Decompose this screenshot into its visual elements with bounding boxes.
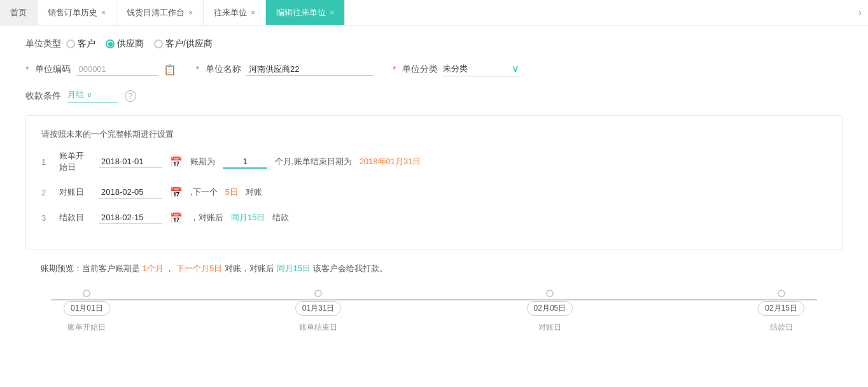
tab-cash-work-close[interactable]: ×	[188, 8, 193, 17]
radio-both[interactable]: 客户/供应商	[154, 38, 213, 50]
timeline-dot-3	[546, 290, 554, 297]
preview-part5: 该客户会给我打款。	[313, 264, 388, 273]
period-desc-2b: 对账	[246, 186, 262, 198]
timeline-label-3: 02月05日	[527, 301, 573, 316]
tab-home-label: 首页	[10, 7, 27, 18]
tab-partner-close[interactable]: ×	[251, 8, 255, 17]
preview-text: 账期预览：当前客户账期是 1个月 ， 下一个月5日 对账，对账后 同月15日 该…	[25, 263, 843, 274]
timeline-dot-1	[83, 290, 90, 297]
preview-part1: 1个月	[143, 264, 164, 273]
unit-category-label: 单位分类	[402, 64, 438, 75]
period-desc-2a: ,下一个	[190, 186, 218, 198]
preview-comma1: ，	[165, 264, 174, 273]
radio-supplier-label: 供应商	[117, 38, 144, 50]
timeline-label-1: 01月01日	[64, 301, 110, 316]
timeline-desc-3: 对账日	[538, 322, 561, 333]
calendar-icon-3[interactable]: 📅	[170, 212, 183, 224]
payment-condition-value: 月结	[67, 89, 84, 101]
timeline-desc-4: 结款日	[770, 322, 793, 333]
radio-customer-circle	[66, 39, 75, 48]
timeline-point-1: 01月01日 账单开始日	[64, 290, 110, 333]
period-row-1: 1 账单开始日 📅 账期为 个月,账单结束日期为 2018年01月31日	[41, 150, 827, 173]
period-num-1: 1	[41, 157, 52, 167]
tab-home[interactable]: 首页	[0, 0, 38, 25]
period-row-label-2: 对账日	[59, 186, 91, 198]
tab-cash-work-label: 钱货日清工作台	[127, 7, 185, 18]
tab-sales-history[interactable]: 销售订单历史 ×	[38, 0, 116, 25]
radio-customer-label: 客户	[78, 38, 95, 50]
tab-edit-partner-close[interactable]: ×	[330, 8, 334, 17]
unit-category-required: *	[393, 64, 396, 74]
payment-condition-chevron: ∨	[87, 90, 92, 99]
unit-name-label: 单位名称	[206, 64, 241, 75]
preview-part3: 对账，对账后	[225, 264, 274, 273]
radio-both-label: 客户/供应商	[165, 38, 213, 50]
period-desc-3a: ，对账后	[190, 212, 223, 223]
period-date-input-3[interactable]	[99, 211, 162, 224]
unit-info-row: * 单位编码 📋 * 单位名称 * 单位分类 未分类 ∨	[25, 62, 843, 76]
unit-code-input[interactable]	[76, 63, 158, 76]
unit-name-group: * 单位名称	[195, 63, 373, 76]
tab-partner[interactable]: 往来单位 ×	[204, 0, 266, 25]
payment-condition-row: 收款条件 月结 ∨ ?	[25, 89, 843, 102]
timeline-label-2: 01月31日	[295, 301, 342, 316]
timeline-desc-2: 账单结束日	[299, 322, 337, 333]
unit-code-group: * 单位编码 📋	[25, 63, 176, 76]
period-row-2: 2 对账日 📅 ,下一个 5日 对账	[41, 186, 827, 199]
radio-supplier[interactable]: 供应商	[106, 38, 144, 50]
radio-both-circle	[154, 39, 163, 48]
timeline-dot-2	[314, 290, 322, 297]
calendar-icon-1[interactable]: 📅	[170, 156, 183, 168]
period-row-label-3: 结款日	[59, 212, 91, 223]
radio-group: 客户 供应商 客户/供应商	[66, 38, 213, 50]
preview-label: 账期预览：当前客户账期是	[41, 264, 140, 273]
period-num-input-1[interactable]	[223, 155, 267, 169]
period-num-3: 3	[41, 213, 52, 223]
help-icon[interactable]: ?	[125, 90, 136, 102]
period-date-input-2[interactable]	[99, 186, 162, 199]
period-date-input-1[interactable]	[99, 155, 162, 168]
period-box: 请按照未来的一个完整帐期进行设置 1 账单开始日 📅 账期为 个月,账单结束日期…	[25, 115, 843, 250]
timeline-desc-1: 账单开始日	[67, 322, 106, 333]
calendar-icon-2[interactable]: 📅	[170, 186, 183, 199]
period-desc-3b: 结款	[272, 212, 289, 223]
payment-condition-label: 收款条件	[25, 90, 61, 102]
period-num-2: 2	[41, 188, 52, 197]
unit-type-label: 单位类型	[25, 38, 61, 50]
tab-sales-history-label: 销售订单历史	[48, 7, 97, 18]
tabs-arrow[interactable]: ›	[852, 7, 868, 18]
radio-supplier-circle	[106, 39, 115, 48]
payment-condition-select[interactable]: 月结 ∨	[67, 89, 118, 102]
period-row-3: 3 结款日 📅 ，对账后 同月15日 结款	[41, 211, 827, 224]
timeline-point-2: 01月31日 账单结束日	[295, 290, 342, 333]
tab-sales-history-close[interactable]: ×	[101, 8, 106, 17]
radio-customer[interactable]: 客户	[66, 38, 95, 50]
unit-category-select[interactable]: 未分类 ∨	[443, 62, 519, 76]
period-desc-1b: 个月,账单结束日期为	[275, 156, 352, 167]
unit-category-group: * 单位分类 未分类 ∨	[393, 62, 519, 76]
unit-code-icon[interactable]: 📋	[164, 64, 176, 76]
tab-edit-partner[interactable]: 编辑往来单位 ×	[266, 0, 345, 25]
timeline-points: 01月01日 账单开始日 01月31日 账单结束日 02月05日 对账日 02月…	[64, 290, 804, 333]
tab-cash-work[interactable]: 钱货日清工作台 ×	[116, 0, 204, 25]
tab-partner-label: 往来单位	[214, 7, 247, 18]
timeline-point-3: 02月05日 对账日	[527, 290, 573, 333]
unit-type-row: 单位类型 客户 供应商 客户/供应商	[25, 38, 843, 50]
unit-name-input[interactable]	[246, 63, 374, 76]
period-row-label-1: 账单开始日	[59, 150, 91, 173]
timeline-label-4: 02月15日	[758, 301, 804, 316]
period-highlight-3: 同月15日	[231, 212, 265, 223]
tab-edit-partner-label: 编辑往来单位	[276, 7, 326, 18]
preview-part4: 同月15日	[277, 264, 311, 273]
unit-code-label: 单位编码	[35, 64, 71, 75]
timeline-point-4: 02月15日 结款日	[758, 290, 804, 333]
unit-category-value: 未分类	[443, 63, 509, 74]
preview-part2: 下一个月5日	[176, 264, 222, 273]
period-title: 请按照未来的一个完整帐期进行设置	[41, 129, 827, 140]
tabs-bar: 首页 销售订单历史 × 钱货日清工作台 × 往来单位 × 编辑往来单位 × ›	[0, 0, 868, 25]
chevron-down-icon: ∨	[512, 62, 519, 74]
unit-type-group: 单位类型 客户 供应商 客户/供应商	[25, 38, 213, 50]
unit-name-required: *	[195, 64, 199, 74]
timeline-section: 01月01日 账单开始日 01月31日 账单结束日 02月05日 对账日 02月…	[25, 290, 843, 365]
period-desc-1a: 账期为	[190, 156, 215, 167]
